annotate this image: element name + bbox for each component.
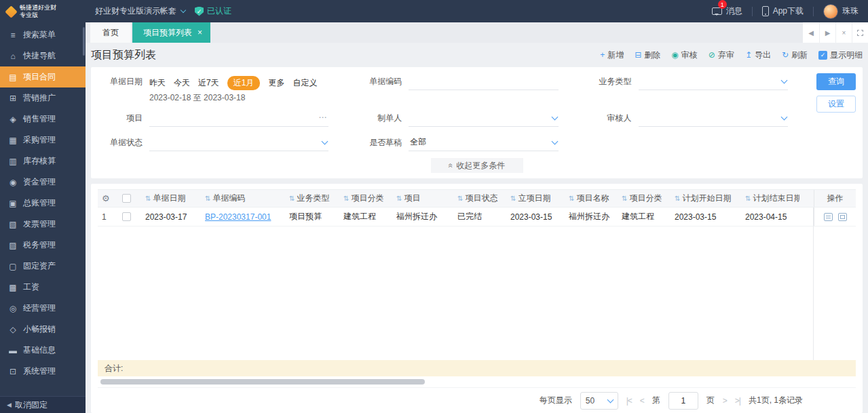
search-button[interactable]: 查询: [816, 73, 856, 90]
sidebar-item-sales[interactable]: ◈ 销售管理: [0, 109, 86, 130]
sort-icon[interactable]: ⇅: [396, 195, 402, 202]
column-project-category-2[interactable]: ⇅ 项目分类: [618, 190, 671, 207]
sidebar-item-operations[interactable]: ◎ 经营管理: [0, 298, 86, 319]
delete-button[interactable]: ⊟ 删除: [635, 50, 660, 61]
account-switcher[interactable]: 好业财专业版演示帐套: [95, 5, 185, 17]
sidebar-item-project-contract[interactable]: ▤ 项目合同: [0, 66, 86, 87]
project-lookup-input[interactable]: ⋯: [149, 111, 328, 127]
sort-icon[interactable]: ⇅: [569, 195, 574, 202]
first-page-icon[interactable]: |<: [626, 396, 632, 406]
sidebar-item-payroll[interactable]: ▩ 工资: [0, 277, 86, 298]
fullscreen-icon[interactable]: [852, 22, 868, 43]
next-page-icon[interactable]: >: [723, 396, 727, 406]
sort-icon[interactable]: ⇅: [622, 195, 627, 202]
column-plan-start-date[interactable]: ⇅ 计划开始日期: [671, 190, 741, 207]
per-page-select[interactable]: 50: [580, 392, 618, 410]
sort-icon[interactable]: ⇅: [145, 195, 151, 202]
action-label: 弃审: [718, 50, 734, 61]
sidebar-item-general-ledger[interactable]: ▣ 总账管理: [0, 193, 86, 214]
sidebar-item-inventory[interactable]: ▥ 库存核算: [0, 151, 86, 172]
related-query-icon[interactable]: [838, 213, 847, 221]
draft-select[interactable]: 全部: [409, 135, 558, 151]
tab-scroll-left-icon[interactable]: ◀: [803, 22, 819, 43]
sort-icon[interactable]: ⇅: [675, 195, 680, 202]
column-project-status[interactable]: ⇅ 项目状态: [453, 190, 506, 207]
user-menu[interactable]: 珠珠: [823, 4, 858, 19]
messages-button[interactable]: 1 消息: [712, 5, 742, 17]
page-number-input[interactable]: 1: [668, 392, 698, 410]
sort-icon[interactable]: ⇅: [745, 195, 751, 202]
sort-icon[interactable]: ⇅: [510, 195, 516, 202]
sidebar-item-search-menu[interactable]: ≡ 搜索菜单: [0, 24, 86, 45]
filter-draft: 是否草稿 全部: [360, 135, 558, 153]
date-option-more[interactable]: 更多: [268, 77, 284, 89]
column-project-name[interactable]: ⇅ 项目名称: [565, 190, 618, 207]
row-checkbox[interactable]: [122, 212, 131, 221]
column-biz-type[interactable]: ⇅ 业务类型: [285, 190, 339, 207]
doc-status-select[interactable]: [149, 135, 328, 151]
export-button[interactable]: ↥ 导出: [745, 50, 771, 61]
tab-home[interactable]: 首页 ×: [90, 22, 131, 43]
sort-icon[interactable]: ⇅: [205, 195, 210, 202]
column-project[interactable]: ⇅ 项目: [392, 190, 453, 207]
audit-button[interactable]: ◉ 审核: [671, 50, 697, 61]
date-option-last1month[interactable]: 近1月: [227, 76, 261, 90]
biz-type-select[interactable]: [639, 74, 788, 90]
column-doc-code[interactable]: ⇅ 单据编码: [201, 190, 285, 207]
maker-select[interactable]: [409, 111, 558, 127]
settings-button[interactable]: 设置: [816, 96, 856, 113]
date-option-custom[interactable]: 自定义: [293, 77, 317, 89]
table-row[interactable]: 1 2023-03-17BP-20230317-001项目预算建筑工程福州拆迁办…: [98, 208, 856, 227]
unpin-sidebar-button[interactable]: ◀ 取消固定: [0, 396, 86, 413]
sidebar-item-funds[interactable]: ◉ 资金管理: [0, 172, 86, 193]
doc-code-input[interactable]: [409, 74, 558, 90]
collapse-conditions-button[interactable]: « 收起更多条件: [431, 158, 523, 173]
tab-scroll-right-icon[interactable]: ▶: [819, 22, 835, 43]
date-option-last7days[interactable]: 近7天: [198, 77, 219, 89]
filter-auditor: 审核人: [590, 111, 788, 128]
view-detail-icon[interactable]: [824, 213, 833, 221]
sidebar-item-system[interactable]: ⊡ 系统管理: [0, 361, 86, 382]
date-option-yesterday[interactable]: 昨天: [149, 77, 166, 89]
column-doc-date[interactable]: ⇅ 单据日期: [141, 190, 201, 207]
tab-controls: ◀ ▶ ×: [803, 22, 868, 43]
sidebar-item-label: 基础信息: [23, 345, 56, 356]
last-page-icon[interactable]: >|: [735, 396, 740, 406]
sidebar-item-purchase[interactable]: ▦ 采购管理: [0, 130, 86, 151]
sidebar-item-invoice[interactable]: ▧ 发票管理: [0, 214, 86, 235]
column-settings-icon[interactable]: ⚙: [102, 193, 110, 203]
lookup-more-icon[interactable]: ⋯: [318, 113, 327, 122]
filter-label: 项目: [100, 111, 143, 124]
date-option-today[interactable]: 今天: [174, 77, 190, 89]
show-detail-toggle[interactable]: 显示明细: [818, 50, 863, 61]
horizontal-scrollbar-thumb[interactable]: [100, 379, 425, 385]
add-button[interactable]: + 新增: [600, 50, 624, 61]
sidebar-item-quick-nav[interactable]: ⌂ 快捷导航: [0, 45, 86, 66]
sort-icon[interactable]: ⇅: [289, 195, 295, 202]
auditor-select[interactable]: [639, 111, 788, 127]
tab-close-icon[interactable]: ×: [197, 28, 202, 37]
sidebar-item-tax[interactable]: ▨ 税务管理: [0, 235, 86, 256]
sort-icon[interactable]: ⇅: [457, 195, 463, 202]
sidebar-scrollbar[interactable]: [83, 27, 85, 56]
unaudit-button[interactable]: ⊘ 弃审: [709, 50, 734, 61]
filter-doc-code: 单据编码: [360, 74, 558, 104]
sidebar-item-marketing[interactable]: ⊞ 营销推广: [0, 87, 86, 109]
total-row: 合计:: [98, 360, 856, 376]
app-download-button[interactable]: App下载: [762, 5, 804, 17]
sidebar-item-base-info[interactable]: ▬ 基础信息: [0, 340, 86, 361]
page-header: 项目预算列表 + 新增 ⊟ 删除 ◉ 审核 ⊘: [91, 43, 863, 67]
unpin-label: 取消固定: [15, 399, 48, 411]
sidebar-item-expense[interactable]: ◇ 小畅报销: [0, 319, 86, 340]
tab-project-budget-list[interactable]: 项目预算列表 ×: [132, 22, 210, 43]
column-plan-end-date[interactable]: ⇅ 计划结束日期: [741, 190, 799, 207]
sort-icon[interactable]: ⇅: [343, 195, 349, 202]
app-logo: 畅捷通好业财 专业版: [0, 0, 86, 23]
sidebar-item-fixed-assets[interactable]: ▢ 固定资产: [0, 256, 86, 277]
close-tabs-icon[interactable]: ×: [835, 22, 852, 43]
column-project-category[interactable]: ⇅ 项目分类: [339, 190, 392, 207]
column-approval-date[interactable]: ⇅ 立项日期: [506, 190, 565, 207]
refresh-button[interactable]: ↻ 刷新: [782, 50, 808, 61]
select-all-checkbox[interactable]: [122, 194, 131, 203]
prev-page-icon[interactable]: <: [640, 396, 644, 406]
